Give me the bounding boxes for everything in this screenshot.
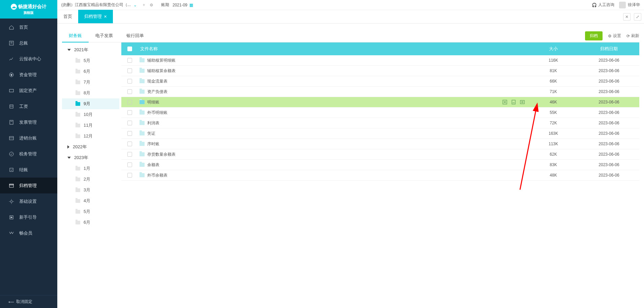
row-checkbox[interactable]: [127, 110, 132, 115]
tabs-bar: 首页归档管理✕ ✕ ⤢: [57, 10, 644, 24]
settings-link[interactable]: ⚙设置: [608, 33, 621, 39]
nav-home[interactable]: 首页: [0, 19, 57, 35]
row-checkbox[interactable]: [127, 121, 132, 125]
consult-link[interactable]: 🎧 人工咨询: [592, 2, 614, 8]
nav-asset[interactable]: 固定资产: [0, 83, 57, 98]
pdf-view-icon[interactable]: [519, 99, 525, 105]
table-row[interactable]: 序时账113K2023-06-06: [121, 139, 639, 149]
tree-year[interactable]: 2023年: [62, 152, 119, 163]
tree-month[interactable]: 4月: [62, 195, 119, 206]
tree-month[interactable]: 2月: [62, 174, 119, 185]
tree-month[interactable]: 10月: [62, 109, 119, 120]
tab-首页[interactable]: 首页: [57, 10, 78, 23]
row-checkbox[interactable]: [127, 89, 132, 94]
triangle-down-icon: [67, 157, 71, 159]
table-row[interactable]: 辅助核算明细账116K2023-06-06: [121, 55, 639, 66]
folder-icon: [140, 142, 145, 146]
subtab-银行回单[interactable]: 银行回单: [120, 30, 151, 42]
nav-vip[interactable]: 畅会员: [0, 225, 57, 241]
row-checkbox[interactable]: [127, 100, 132, 104]
row-checkbox[interactable]: [127, 162, 132, 167]
download-excel-icon[interactable]: [502, 99, 508, 105]
subtab-电子发票[interactable]: 电子发票: [89, 30, 120, 42]
nav-invoice[interactable]: 发票管理: [0, 114, 57, 130]
nav-guide[interactable]: 新手引导: [0, 209, 57, 225]
nav-pos[interactable]: 进销台账: [0, 130, 57, 146]
table-row[interactable]: 利润表72K2023-06-06: [121, 118, 639, 128]
nav-label: 工资: [19, 103, 28, 110]
close-icon[interactable]: ✕: [104, 14, 107, 19]
table-row[interactable]: 凭证163K2023-06-06: [121, 128, 639, 139]
svg-rect-8: [10, 120, 13, 124]
tree-month[interactable]: 5月: [62, 206, 119, 217]
user-menu[interactable]: 徐泽华: [619, 2, 640, 8]
archive-date: 2023-06-06: [579, 100, 639, 104]
nav-close[interactable]: 结账: [0, 162, 57, 178]
nav-settings[interactable]: 基础设置: [0, 193, 57, 209]
row-checkbox[interactable]: [127, 68, 132, 73]
row-checkbox[interactable]: [127, 79, 132, 84]
table-row[interactable]: 辅助核算余额表81K2023-06-06: [121, 66, 639, 76]
nav-ledger[interactable]: 总账: [0, 35, 57, 51]
table-row[interactable]: 存货数量余额表62K2023-06-06: [121, 149, 639, 160]
table-row[interactable]: 外币余额表48K2023-06-06: [121, 170, 639, 181]
table-row[interactable]: 现金流量表66K2023-06-06: [121, 76, 639, 87]
folder-icon: [140, 90, 145, 94]
nav-report[interactable]: 云报表中心: [0, 51, 57, 67]
row-checkbox[interactable]: [127, 142, 132, 146]
gear-icon[interactable]: ⚙: [148, 1, 155, 9]
guide-icon: [8, 215, 14, 220]
sidebar-unpin[interactable]: ⟵ 取消固定: [0, 295, 57, 308]
company-selector[interactable]: (勿删）江西服宝精品有限责任公司（...: [61, 2, 131, 8]
table-row[interactable]: 外币明细账55K2023-06-06: [121, 107, 639, 118]
tree-month[interactable]: 9月: [62, 98, 119, 109]
nav-tax[interactable]: 税务管理: [0, 146, 57, 162]
nav-label: 发票管理: [19, 119, 37, 125]
table-row[interactable]: 余额表83K2023-06-06: [121, 160, 639, 170]
tree-month[interactable]: 3月: [62, 185, 119, 195]
archive-button[interactable]: 归档: [585, 31, 603, 40]
nav-archive[interactable]: 归档管理: [0, 178, 57, 193]
nav-fund[interactable]: ¥资金管理: [0, 67, 57, 83]
tree-month[interactable]: 8月: [62, 88, 119, 98]
folder-icon: [140, 173, 145, 177]
tree-year[interactable]: 2021年: [62, 44, 119, 55]
tree-year[interactable]: 2022年: [62, 142, 119, 152]
file-size: 81K: [528, 68, 579, 73]
file-size: 46K: [528, 100, 579, 104]
table-row[interactable]: 明细账46K2023-06-06PDF查看: [121, 97, 639, 107]
tree-month[interactable]: 5月: [62, 55, 119, 66]
select-all-checkbox[interactable]: [127, 47, 132, 51]
chevron-down-icon[interactable]: ⌄: [133, 3, 137, 7]
subtab-财务账[interactable]: 财务账: [62, 30, 89, 42]
row-checkbox[interactable]: [127, 152, 132, 157]
calendar-icon[interactable]: ▦: [189, 3, 193, 7]
tree-month[interactable]: 12月: [62, 131, 119, 142]
folder-icon: [140, 111, 145, 115]
table-row[interactable]: 资产负债表71K2023-06-06: [121, 87, 639, 97]
refresh-link[interactable]: ⟳刷新: [626, 33, 639, 39]
tree-month[interactable]: 11月: [62, 120, 119, 131]
tree-month[interactable]: 6月: [62, 217, 119, 228]
file-name: 外币明细账: [147, 110, 167, 116]
folder-icon: [75, 59, 80, 63]
row-checkbox[interactable]: [127, 131, 132, 136]
plus-icon[interactable]: ＋: [140, 1, 148, 9]
tree-month[interactable]: 6月: [62, 66, 119, 77]
period-value[interactable]: 2021-09: [173, 3, 187, 7]
row-checkbox[interactable]: [127, 58, 132, 63]
fullscreen-icon[interactable]: ⤢: [634, 13, 641, 21]
nav-label: 首页: [19, 24, 28, 30]
nav-salary[interactable]: 工资: [0, 98, 57, 114]
tab-归档管理[interactable]: 归档管理✕: [78, 10, 113, 23]
download-pdf-icon[interactable]: [511, 99, 517, 105]
file-size: 113K: [528, 142, 579, 146]
close-tab-icon[interactable]: ✕: [623, 13, 631, 21]
file-name: 明细账: [147, 99, 159, 105]
tree-month[interactable]: 7月: [62, 77, 119, 88]
header-bar: (勿删）江西服宝精品有限责任公司（... ⌄ ＋ ⚙ 账期 2021-09 ▦ …: [57, 0, 644, 10]
svg-text:¥: ¥: [10, 73, 12, 76]
row-checkbox[interactable]: [127, 173, 132, 178]
tree-month[interactable]: 1月: [62, 163, 119, 174]
folder-icon: [140, 121, 145, 125]
